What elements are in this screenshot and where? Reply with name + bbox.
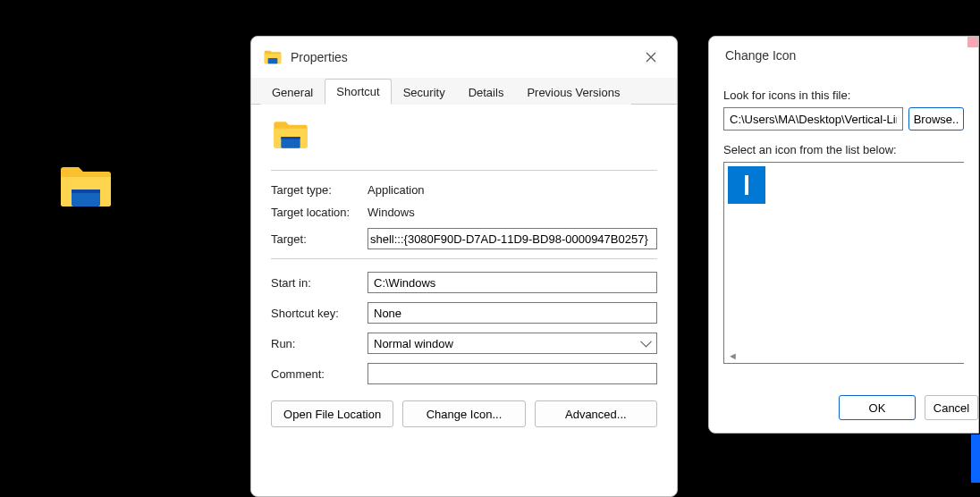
target-input[interactable] <box>368 228 657 249</box>
properties-title: Properties <box>291 50 634 64</box>
svg-rect-6 <box>281 137 300 139</box>
desktop-shortcut-file-explorer[interactable] <box>59 164 113 209</box>
value-target-type: Application <box>368 183 425 197</box>
divider <box>271 258 657 259</box>
cancel-button[interactable]: Cancel <box>925 395 978 420</box>
close-button-partial[interactable] <box>967 37 978 47</box>
label-target: Target: <box>271 232 368 246</box>
label-shortcut-key: Shortcut key: <box>271 307 368 320</box>
tab-previous-versions[interactable]: Previous Versions <box>515 80 631 105</box>
value-target-location: Windows <box>368 206 415 219</box>
tabstrip: General Shortcut Security Details Previo… <box>251 78 677 105</box>
file-explorer-icon <box>59 164 113 209</box>
svg-rect-2 <box>268 58 278 63</box>
file-explorer-icon <box>264 49 282 65</box>
label-run: Run: <box>271 337 368 350</box>
change-icon-title: Change Icon <box>722 48 969 63</box>
tab-details[interactable]: Details <box>457 80 516 105</box>
shortcut-key-input[interactable] <box>368 302 657 324</box>
properties-window: Properties General Shortcut Security Det… <box>250 36 678 497</box>
svg-rect-1 <box>72 190 100 193</box>
close-icon <box>646 52 656 63</box>
comment-input[interactable] <box>368 363 657 384</box>
file-explorer-icon <box>273 119 308 151</box>
icon-path-input[interactable] <box>723 107 903 131</box>
vertical-line-icon <box>745 175 748 195</box>
label-target-type: Target type: <box>271 183 368 197</box>
label-comment: Comment: <box>271 367 368 381</box>
change-icon-button[interactable]: Change Icon... <box>402 400 525 427</box>
icon-option-selected[interactable] <box>728 166 765 204</box>
tab-shortcut[interactable]: Shortcut <box>325 79 391 105</box>
open-file-location-button[interactable]: Open File Location <box>271 400 393 427</box>
select-icon-label: Select an icon from the list below: <box>723 143 964 156</box>
close-button[interactable] <box>634 43 668 72</box>
ok-button[interactable]: OK <box>839 395 916 420</box>
advanced-button[interactable]: Advanced... <box>535 400 657 427</box>
label-target-location: Target location: <box>271 206 368 219</box>
browse-button[interactable]: Browse.. <box>908 107 964 131</box>
change-icon-window: Change Icon Look for icons in this file:… <box>708 36 979 434</box>
label-start-in: Start in: <box>271 276 368 290</box>
properties-titlebar: Properties <box>251 37 677 78</box>
partial-element <box>971 434 980 483</box>
run-select[interactable]: Normal window <box>368 333 657 354</box>
tab-general[interactable]: General <box>260 80 325 105</box>
look-for-icons-label: Look for icons in this file: <box>723 88 964 102</box>
start-in-input[interactable] <box>368 272 657 293</box>
divider <box>271 170 657 171</box>
scroll-left-arrow[interactable]: ◄ <box>728 350 738 361</box>
icon-list[interactable]: ◄ <box>723 162 964 364</box>
tab-security[interactable]: Security <box>392 80 457 105</box>
